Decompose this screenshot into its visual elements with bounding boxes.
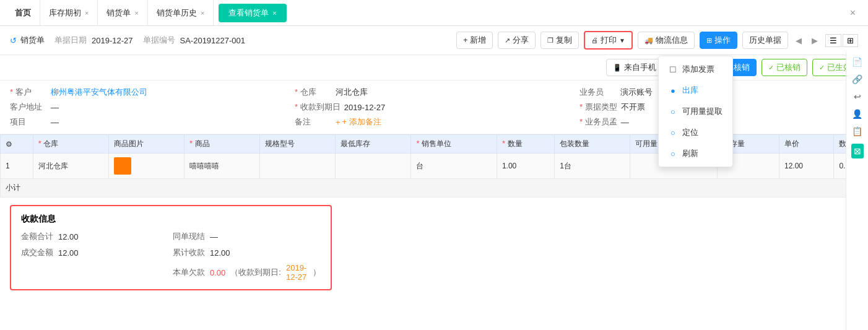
tab-sales-history-label: 销货单历史 [157, 7, 197, 19]
from-phone-button[interactable]: 📱 来自手机 [606, 59, 663, 76]
row-quantity: 1.00 [497, 154, 554, 179]
sidebar-link-icon[interactable]: 🔗 [852, 74, 862, 84]
locate-icon: ○ [669, 128, 677, 137]
print-button[interactable]: 🖨 打印 ▼ [584, 31, 633, 50]
window-close-button[interactable]: × [844, 7, 862, 19]
prev-arrow[interactable]: ◀ [793, 36, 804, 45]
add-invoice-icon: ☐ [669, 65, 677, 74]
due-close: ） [313, 267, 321, 278]
row-index: 1 [1, 154, 33, 179]
table-row: 1 河北仓库 嘻嘻嘻嘻 台 1.00 1台 [1, 154, 868, 179]
tab-inventory-label: 库存期初 [49, 7, 81, 19]
sidebar-user-icon[interactable]: 👤 [852, 109, 862, 119]
due-value: 0.00 [210, 268, 225, 277]
add-invoice-item[interactable]: ☐ 添加发票 [659, 59, 732, 80]
tab-sales-history-close[interactable]: × [201, 9, 204, 17]
from-phone-label: 来自手机 [624, 62, 656, 73]
view-grid-icon[interactable]: ⊞ [843, 34, 858, 47]
transaction-row: 成交金额 12.00 [21, 247, 169, 258]
customer-value[interactable]: 柳州粤港平安气体有限公司 [51, 87, 147, 98]
new-label: + 新增 [463, 35, 486, 46]
sidebar-return-icon[interactable]: ↩ [854, 92, 861, 102]
payment-title: 收款信息 [21, 214, 321, 225]
tab-inventory[interactable]: 库存期初 × [40, 0, 98, 25]
tab-sales-history[interactable]: 销货单历史 × [148, 0, 214, 25]
salesperson-label: 业务员 [579, 87, 617, 98]
col-quantity: * 数量 [497, 135, 554, 154]
col-price: 单价 [779, 135, 833, 154]
doc-title-section: ↺ 销货单 [10, 35, 45, 46]
same-bill-label: 同单现结 [173, 231, 205, 242]
salesperson-value: 演示账号 [620, 87, 653, 98]
outbound-item[interactable]: ● 出库 [659, 80, 732, 101]
payment-grid: 金额合计 12.00 成交金额 12.00 同单现结 — [21, 231, 321, 282]
add-invoice-label: 添加发票 [682, 64, 714, 75]
sidebar-expand-icon[interactable]: ⊠ [851, 144, 864, 158]
operation-button[interactable]: ⊞ 操作 [700, 32, 737, 49]
cumulative-value: 12.00 [210, 248, 230, 258]
tab-sales-label: 销货单 [106, 7, 131, 19]
cumulative-label: 累计收款 [173, 247, 205, 258]
share-label: 分享 [513, 35, 529, 46]
right-sidebar: 📄 🔗 ↩ 👤 📋 ⊠ [846, 52, 868, 330]
subtotal-row: 小计 [1, 179, 868, 198]
refresh-item[interactable]: ○ 刷新 [659, 143, 732, 164]
note-add-label: + 添加备注 [342, 116, 381, 128]
next-arrow[interactable]: ▶ [809, 36, 820, 45]
row-unit: 台 [411, 154, 497, 179]
col-min-stock: 最低库存 [336, 135, 411, 154]
products-table: ⚙ * 仓库 商品图片 * 商品 规格型号 最低库存 * 销售单位 * 数量 包… [0, 134, 868, 198]
copy-label: 复制 [556, 35, 572, 46]
ticket-type-value: 不开票 [621, 102, 645, 113]
transaction-label: 成交金额 [21, 247, 53, 258]
due-note: （收款到期日: [230, 267, 281, 278]
history-button[interactable]: 历史单据 [742, 32, 788, 49]
tab-home-label: 首页 [15, 7, 31, 19]
view-toggle: ☰ ⊞ [825, 34, 858, 47]
doc-type-label: 销货单 [20, 35, 45, 46]
tab-view-sales[interactable]: 查看销货单 × [219, 4, 286, 22]
same-bill-row: 同单现结 — [173, 231, 321, 242]
row-image [108, 154, 184, 179]
sidebar-list-icon[interactable]: 📋 [852, 126, 862, 136]
due-label: 本单欠款 [173, 267, 205, 278]
second-action-row: 📱 来自手机 未开票 ✓ 已核销 ✓ 已核销 ✓ 已生效 [0, 55, 868, 80]
col-spec: 规格型号 [260, 135, 336, 154]
col-image: 商品图片 [108, 135, 184, 154]
warehouse-row: 仓库 河北仓库 [295, 87, 573, 98]
sidebar-doc-icon[interactable]: 📄 [852, 57, 862, 67]
share-button[interactable]: ↗ 分享 [498, 32, 536, 49]
salesperson2-label: 业务员孟 [579, 116, 617, 128]
project-row: 项目 — [10, 116, 289, 128]
sold-out-button[interactable]: ✓ 已核销 [762, 59, 807, 76]
new-button[interactable]: + 新增 [456, 32, 493, 49]
number-label: 单据编号 [143, 35, 175, 46]
view-list-icon[interactable]: ☰ [825, 34, 841, 47]
tab-view-sales-label: 查看销货单 [228, 7, 269, 19]
due-row: 本单欠款 0.00 （收款到期日: 2019-12-27 ） [173, 263, 321, 282]
tab-home[interactable]: 首页 [6, 0, 40, 25]
total-amount-label: 金额合计 [21, 231, 53, 242]
tab-bar: 首页 库存期初 × 销货单 × 销货单历史 × 查看销货单 × × [0, 0, 868, 26]
date-value: 2019-12-27 [92, 36, 133, 45]
tab-sales[interactable]: 销货单 × [98, 0, 147, 25]
tab-inventory-close[interactable]: × [85, 9, 89, 17]
add-note-button[interactable]: + + 添加备注 [336, 116, 381, 128]
same-bill-value: — [210, 232, 218, 241]
logistics-label: 物流信息 [656, 35, 688, 46]
locate-item[interactable]: ○ 定位 [659, 122, 732, 143]
logistics-button[interactable]: 🚚 物流信息 [638, 32, 695, 49]
available-qty-icon: ○ [669, 107, 677, 116]
doc-actions: + 新增 ↗ 分享 ❐ 复制 🖨 打印 ▼ [456, 31, 858, 50]
plus-icon: + [336, 118, 341, 127]
address-value: — [51, 103, 59, 112]
tab-view-sales-close[interactable]: × [272, 9, 276, 17]
tab-sales-close[interactable]: × [134, 9, 138, 17]
locate-label: 定位 [682, 127, 698, 138]
copy-button[interactable]: ❐ 复制 [540, 32, 579, 49]
available-qty-item[interactable]: ○ 可用量提取 [659, 101, 732, 122]
col-settings[interactable]: ⚙ [1, 135, 33, 154]
doc-number-section: 单据编号 SA-20191227-001 [143, 35, 246, 46]
ticket-type-label: 票据类型 [579, 102, 617, 113]
col-unit: * 销售单位 [411, 135, 497, 154]
